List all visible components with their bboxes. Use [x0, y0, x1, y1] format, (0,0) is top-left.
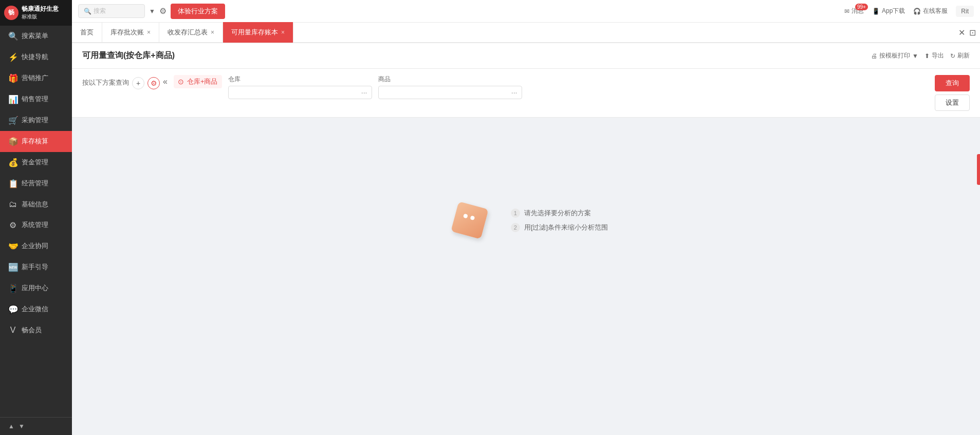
product-input-wrap[interactable]: ··· — [378, 86, 522, 99]
apps-icon: 📱 — [8, 283, 17, 293]
sidebar-item-wechat[interactable]: 💬 企业微信 — [0, 299, 72, 320]
sidebar-item-label: 资金管理 — [22, 158, 48, 167]
basic-icon: 🗂 — [8, 200, 17, 209]
box-illus-body — [451, 201, 488, 239]
sidebar-item-label: 基础信息 — [22, 200, 48, 209]
sidebar-item-operations[interactable]: 📋 经营管理 — [0, 173, 72, 194]
page-content: 可用量查询(按仓库+商品) 🖨 按模板打印 ▼ ⬆ 导出 ↻ 刷新 — [72, 43, 980, 435]
topbar-messages[interactable]: ✉ 消息 99+ — [844, 7, 864, 15]
right-resize-handle[interactable] — [977, 154, 980, 185]
sidebar-item-search[interactable]: 🔍 搜索菜单 — [0, 26, 72, 47]
topbar: 🔍 搜索 ▼ ⚙ 体验行业方案 ✉ 消息 99+ 📱 App下载 🎧 在线客服 … — [72, 0, 980, 23]
print-template-btn[interactable]: 🖨 按模板打印 ▼ — [871, 51, 918, 60]
filter-field-product: 商品 ··· — [378, 75, 522, 99]
scheme-warehouse-icon: ⊙ — [178, 78, 184, 86]
sidebar-item-label: 搜索菜单 — [22, 31, 48, 41]
sidebar-item-label: 库存核算 — [22, 137, 48, 146]
sidebar-item-apps[interactable]: 📱 应用中心 — [0, 278, 72, 299]
query-btn[interactable]: 查询 — [935, 75, 970, 91]
tab-summary[interactable]: 收发存汇总表 × — [159, 22, 223, 43]
service-icon: 🎧 — [913, 8, 921, 15]
tab-summary-close[interactable]: × — [211, 29, 214, 36]
operations-icon: 📋 — [8, 179, 17, 188]
tabs-window-controls: ✕ ⊡ — [954, 28, 980, 37]
sidebar-footer[interactable]: ▲ ▼ — [0, 417, 72, 435]
topbar-search-field[interactable]: 🔍 搜索 — [78, 4, 145, 18]
tab-home[interactable]: 首页 — [72, 22, 102, 43]
sidebar-item-marketing[interactable]: 🎁 营销推广 — [0, 68, 72, 89]
industry-btn[interactable]: 体验行业方案 — [171, 4, 225, 19]
tab-batch-label: 库存批次账 — [110, 28, 144, 37]
sidebar-item-sales[interactable]: 📊 销售管理 — [0, 89, 72, 110]
sidebar-header: 畅 畅康通好生意 标准版 — [0, 0, 72, 26]
export-label: 导出 — [932, 51, 944, 60]
warehouse-input[interactable] — [233, 89, 359, 97]
product-more-icon[interactable]: ··· — [511, 88, 517, 97]
sidebar-item-member[interactable]: V 畅会员 — [0, 320, 72, 341]
scroll-up-icon: ▲ — [8, 423, 14, 430]
tab-restore-btn[interactable]: ⊡ — [969, 28, 976, 37]
scheme-item-warehouse-product[interactable]: ⊙ 仓库+商品 — [174, 75, 222, 88]
topbar-app-download[interactable]: 📱 App下载 — [872, 7, 905, 15]
sidebar-item-label: 新手引导 — [22, 262, 48, 272]
sidebar-item-system[interactable]: ⚙ 系统管理 — [0, 215, 72, 236]
wechat-icon: 💬 — [8, 305, 17, 314]
inventory-icon: 📦 — [8, 137, 17, 146]
product-field-label: 商品 — [378, 75, 522, 84]
sidebar-item-label: 企业协同 — [22, 241, 48, 251]
print-icon: 🖨 — [871, 52, 877, 60]
warehouse-more-icon[interactable]: ··· — [361, 88, 367, 97]
add-scheme-btn[interactable]: + — [132, 77, 144, 89]
tab-available[interactable]: 可用量库存账本 × — [223, 22, 293, 43]
warehouse-field-label: 仓库 — [228, 75, 372, 84]
warehouse-input-wrap[interactable]: ··· — [228, 86, 372, 99]
filter-area: 按以下方案查询 + ⚙ « ⊙ 仓库+商品 仓库 ··· — [72, 69, 980, 118]
empty-illustration — [444, 195, 495, 246]
tab-batch[interactable]: 库存批次账 × — [102, 22, 159, 43]
tabs-bar: 首页 库存批次账 × 收发存汇总表 × 可用量库存账本 × ✕ ⊡ — [72, 23, 980, 43]
settings-scheme-btn[interactable]: ⚙ — [147, 77, 160, 89]
page-header: 可用量查询(按仓库+商品) 🖨 按模板打印 ▼ ⬆ 导出 ↻ 刷新 — [72, 43, 980, 69]
service-label: 在线客服 — [923, 7, 948, 15]
page-title: 可用量查询(按仓库+商品) — [82, 50, 175, 61]
sidebar-item-shortcut[interactable]: ⚡ 快捷导航 — [0, 47, 72, 68]
refresh-btn[interactable]: ↻ 刷新 — [950, 51, 970, 60]
sidebar-item-onboarding[interactable]: 🆕 新手引导 — [0, 257, 72, 278]
topbar-online-service[interactable]: 🎧 在线客服 — [913, 7, 948, 15]
sidebar-item-purchase[interactable]: 🛒 采购管理 — [0, 110, 72, 131]
sidebar-item-basic[interactable]: 🗂 基础信息 — [0, 194, 72, 215]
edition-badge: 标准版 — [22, 13, 59, 21]
purchase-icon: 🛒 — [8, 116, 17, 125]
refresh-icon: ↻ — [950, 52, 955, 60]
tab-available-close[interactable]: × — [281, 29, 285, 36]
search-icon: 🔍 — [8, 31, 17, 41]
message-badge: 99+ — [855, 4, 868, 10]
scroll-down-icon: ▼ — [19, 423, 25, 430]
sidebar-item-finance[interactable]: 💰 资金管理 — [0, 152, 72, 173]
sidebar-item-label: 采购管理 — [22, 116, 48, 125]
brand-name: 畅康通好生意 — [22, 5, 59, 13]
collapse-filter-btn[interactable]: « — [163, 75, 168, 86]
system-icon: ⚙ — [8, 220, 17, 230]
sidebar-item-label: 营销推广 — [22, 73, 48, 83]
topbar-user-menu[interactable]: Rit — [956, 6, 974, 17]
mobile-icon: 📱 — [872, 8, 880, 15]
search-placeholder-text: 搜索 — [94, 7, 106, 15]
topbar-dropdown[interactable]: ▼ — [149, 8, 155, 15]
tab-close-window-btn[interactable]: ✕ — [958, 28, 965, 37]
empty-hint-2: 2 用[过滤]条件来缩小分析范围 — [511, 223, 608, 232]
topbar-gear-icon[interactable]: ⚙ — [159, 6, 167, 16]
sidebar-item-label: 企业微信 — [22, 305, 48, 314]
tab-batch-close[interactable]: × — [147, 29, 151, 36]
empty-state: 1 请先选择要分析的方案 2 用[过滤]条件来缩小分析范围 — [72, 118, 980, 323]
export-icon: ⬆ — [924, 52, 930, 60]
app-download-label: App下载 — [882, 7, 905, 15]
sidebar-item-enterprise[interactable]: 🤝 企业协同 — [0, 236, 72, 257]
export-btn[interactable]: ⬆ 导出 — [924, 51, 944, 60]
filter-settings-btn[interactable]: 设置 — [935, 94, 970, 111]
scheme-item-label: 仓库+商品 — [187, 77, 218, 86]
product-input[interactable] — [383, 89, 509, 97]
empty-hints: 1 请先选择要分析的方案 2 用[过滤]条件来缩小分析范围 — [511, 209, 608, 232]
sidebar-item-inventory[interactable]: 📦 库存核算 — [0, 131, 72, 152]
sidebar-item-label: 畅会员 — [22, 326, 42, 335]
